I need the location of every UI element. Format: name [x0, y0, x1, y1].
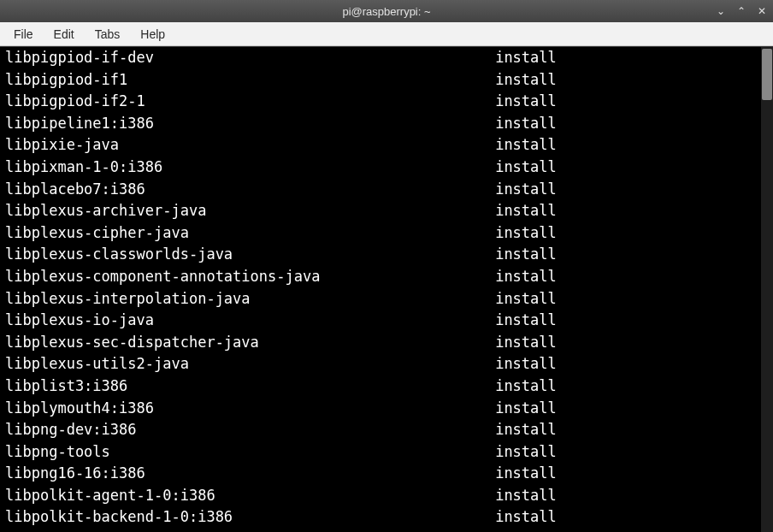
window-title: pi@raspberrypi: ~ [342, 5, 430, 18]
package-row: libpixman-1-0:i386 install [5, 157, 759, 179]
package-row: libplexus-component-annotations-java ins… [5, 266, 759, 288]
package-row: libpigpiod-if2-1 install [5, 91, 759, 113]
package-row: libpipeline1:i386 install [5, 113, 759, 135]
package-row: libpolkit-agent-1-0:i386 install [5, 485, 759, 507]
package-row: libplist3:i386 install [5, 375, 759, 398]
menu-file[interactable]: File [5, 25, 42, 44]
close-icon[interactable]: ✕ [756, 5, 768, 17]
window-controls: ⌄ ⌃ ✕ [715, 5, 768, 17]
package-row: libplexus-archiver-java install [5, 200, 759, 222]
package-row: libplacebo7:i386 install [5, 179, 759, 201]
package-row: libplexus-sec-dispatcher-java install [5, 332, 759, 354]
package-row: libpng-dev:i386 install [5, 419, 759, 441]
minimize-icon[interactable]: ⌄ [715, 5, 727, 17]
package-row: libpigpiod-if-dev install [5, 47, 759, 69]
scrollbar-track[interactable] [761, 47, 773, 532]
terminal-output[interactable]: libpigpiod-if-dev installlibpigpiod-if1 … [0, 47, 761, 532]
package-row: libpng-tools install [5, 441, 759, 464]
package-row: libpixie-java install [5, 134, 759, 157]
package-row: libplexus-classworlds-java install [5, 244, 759, 266]
package-row: libplexus-interpolation-java install [5, 288, 759, 310]
menu-help[interactable]: Help [132, 25, 174, 44]
menu-tabs[interactable]: Tabs [86, 25, 129, 44]
package-row: libplexus-io-java install [5, 310, 759, 332]
package-row: libpng16-16:i386 install [5, 463, 759, 485]
window-titlebar: pi@raspberrypi: ~ ⌄ ⌃ ✕ [0, 0, 773, 22]
maximize-icon[interactable]: ⌃ [735, 5, 747, 17]
menubar: File Edit Tabs Help [0, 22, 773, 46]
package-row: libplymouth4:i386 install [5, 398, 759, 420]
package-row: libplexus-cipher-java install [5, 222, 759, 245]
package-row: libpigpiod-if1 install [5, 69, 759, 92]
package-row: libplexus-utils2-java install [5, 353, 759, 375]
terminal-container: libpigpiod-if-dev installlibpigpiod-if1 … [0, 46, 773, 532]
menu-edit[interactable]: Edit [45, 25, 83, 44]
scrollbar-thumb[interactable] [762, 49, 772, 100]
package-row: libpolkit-backend-1-0:i386 install [5, 506, 759, 529]
